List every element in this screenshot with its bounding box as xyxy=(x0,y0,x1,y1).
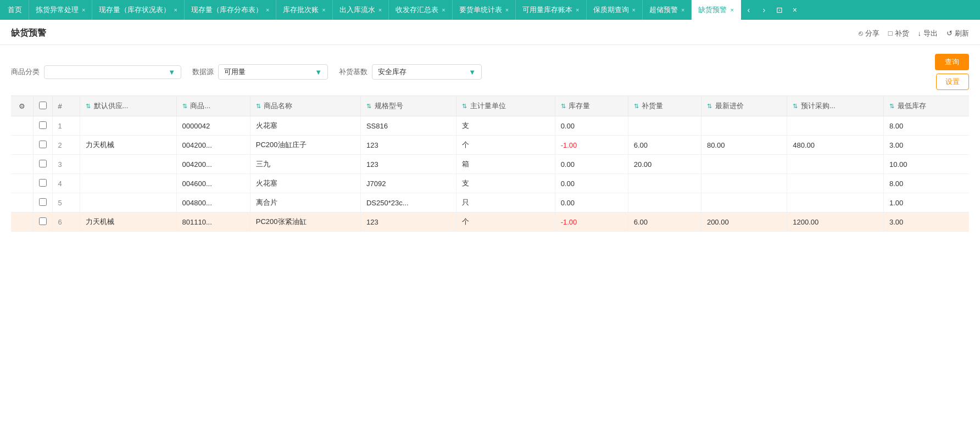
name-sort-icon: ⇅ xyxy=(256,103,261,109)
row-checkbox[interactable] xyxy=(39,121,47,129)
select-all-checkbox[interactable] xyxy=(39,102,47,109)
replenish-label: 补货基数 xyxy=(339,67,368,77)
td-unit: 支 xyxy=(456,174,555,193)
td-gear xyxy=(11,116,33,136)
td-unit: 只 xyxy=(456,193,555,212)
tab-close-5[interactable]: × xyxy=(378,7,382,13)
td-num: 5 xyxy=(52,193,80,212)
td-min-stock: 3.00 xyxy=(883,136,969,155)
th-gear[interactable]: ⚙ xyxy=(11,96,33,116)
tab-4[interactable]: 库存批次账 × xyxy=(276,0,332,20)
tab-close-11[interactable]: × xyxy=(730,7,733,13)
category-select[interactable]: ▼ xyxy=(44,65,181,79)
tab-1[interactable]: 拣货异常处理 × xyxy=(29,0,92,20)
td-spec: 123 xyxy=(360,155,456,174)
td-unit: 支 xyxy=(456,116,555,136)
td-checkbox[interactable] xyxy=(33,174,52,193)
th-code[interactable]: ⇅ 商品... xyxy=(176,96,250,116)
td-spec: SS816 xyxy=(360,116,456,136)
th-spec[interactable]: ⇅ 规格型号 xyxy=(360,96,456,116)
td-replenish: 6.00 xyxy=(628,212,701,232)
tab-close-8[interactable]: × xyxy=(576,7,579,13)
tab-close-7[interactable]: × xyxy=(505,7,509,13)
td-gear xyxy=(11,193,33,212)
th-checkbox[interactable] xyxy=(33,96,52,116)
replenish-button[interactable]: □ 补货 xyxy=(888,29,909,38)
share-button[interactable]: ⎋ 分享 xyxy=(859,29,879,38)
td-checkbox[interactable] xyxy=(33,212,52,232)
tab-2[interactable]: 现存量（库存状况表） × xyxy=(92,0,184,20)
td-latest-price: 80.00 xyxy=(701,136,787,155)
td-num: 3 xyxy=(52,155,80,174)
tab-prev-btn[interactable]: ‹ xyxy=(741,0,756,20)
export-button[interactable]: ↓ 导出 xyxy=(918,29,938,38)
td-latest-price xyxy=(701,116,787,136)
tab-8[interactable]: 可用量库存账本 × xyxy=(516,0,586,20)
td-replenish: 20.00 xyxy=(628,155,701,174)
td-est-purchase xyxy=(787,155,884,174)
tab-close-10[interactable]: × xyxy=(681,7,684,13)
replenish-select[interactable]: 安全库存 ▼ xyxy=(372,64,482,80)
th-est-purchase[interactable]: ⇅ 预计采购... xyxy=(787,96,884,116)
latest-price-sort-icon: ⇅ xyxy=(707,103,712,109)
setting-button[interactable]: 设置 xyxy=(936,74,969,90)
td-name: 离合片 xyxy=(250,193,360,212)
share-icon: ⎋ xyxy=(859,29,863,37)
row-checkbox[interactable] xyxy=(39,217,47,225)
th-min-stock[interactable]: ⇅ 最低库存 xyxy=(883,96,969,116)
gear-icon[interactable]: ⚙ xyxy=(19,102,25,110)
tab-close-1[interactable]: × xyxy=(82,7,85,13)
tab-7[interactable]: 要货单统计表 × xyxy=(453,0,516,20)
category-arrow-icon: ▼ xyxy=(168,68,175,76)
datasource-select[interactable]: 可用量 ▼ xyxy=(218,64,328,80)
td-min-stock: 8.00 xyxy=(883,116,969,136)
tab-close-2[interactable]: × xyxy=(174,7,177,13)
tab-5[interactable]: 出入库流水 × xyxy=(333,0,389,20)
td-replenish xyxy=(628,174,701,193)
refresh-button[interactable]: ↺ 刷新 xyxy=(946,29,969,38)
td-name: PC200油缸庄子 xyxy=(250,136,360,155)
td-checkbox[interactable] xyxy=(33,136,52,155)
tab-close-all-btn[interactable]: × xyxy=(787,0,803,20)
stock-sort-icon: ⇅ xyxy=(561,103,566,109)
tab-restore-btn[interactable]: ⊡ xyxy=(772,0,787,20)
tab-11[interactable]: 缺货预警 × xyxy=(692,0,740,20)
th-supplier[interactable]: ⇅ 默认供应... xyxy=(80,96,176,116)
td-replenish xyxy=(628,116,701,136)
td-gear xyxy=(11,136,33,155)
td-spec: 123 xyxy=(360,136,456,155)
tab-3[interactable]: 现存量（库存分布表） × xyxy=(185,0,276,20)
td-checkbox[interactable] xyxy=(33,116,52,136)
tab-9[interactable]: 保质期查询 × xyxy=(587,0,643,20)
th-name[interactable]: ⇅ 商品名称 xyxy=(250,96,360,116)
query-button[interactable]: 查询 xyxy=(935,54,969,70)
tab-next-btn[interactable]: › xyxy=(756,0,772,20)
td-unit: 个 xyxy=(456,136,555,155)
td-stock: 0.00 xyxy=(555,193,628,212)
row-checkbox[interactable] xyxy=(39,198,47,206)
tab-close-6[interactable]: × xyxy=(442,7,445,13)
td-num: 1 xyxy=(52,116,80,136)
tab-home[interactable]: 首页 xyxy=(1,0,29,20)
th-num: # xyxy=(52,96,80,116)
td-checkbox[interactable] xyxy=(33,193,52,212)
row-checkbox[interactable] xyxy=(39,160,47,167)
td-name: PC200张紧油缸 xyxy=(250,212,360,232)
row-checkbox[interactable] xyxy=(39,141,47,148)
tab-close-3[interactable]: × xyxy=(266,7,269,13)
tab-close-9[interactable]: × xyxy=(632,7,636,13)
th-unit[interactable]: ⇅ 主计量单位 xyxy=(456,96,555,116)
datasource-filter-group: 数据源 可用量 ▼ xyxy=(192,64,328,80)
row-checkbox[interactable] xyxy=(39,179,47,187)
th-replenish[interactable]: ⇅ 补货量 xyxy=(628,96,701,116)
replenish-sort-icon: ⇅ xyxy=(634,103,639,109)
td-checkbox[interactable] xyxy=(33,155,52,174)
replenish-value: 安全库存 xyxy=(378,67,407,77)
tab-10[interactable]: 超储预警 × xyxy=(643,0,692,20)
tab-6[interactable]: 收发存汇总表 × xyxy=(389,0,452,20)
tab-close-4[interactable]: × xyxy=(322,7,325,13)
th-latest-price[interactable]: ⇅ 最新进价 xyxy=(701,96,787,116)
td-supplier xyxy=(80,174,176,193)
th-stock[interactable]: ⇅ 库存量 xyxy=(555,96,628,116)
td-stock: -1.00 xyxy=(555,136,628,155)
